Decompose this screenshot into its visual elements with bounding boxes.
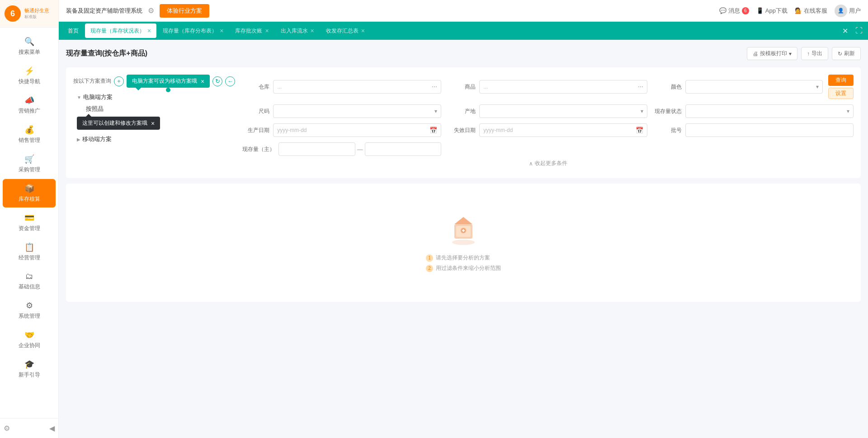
scheme-item-mobile[interactable]: ▶ 移动端方案 (73, 133, 235, 145)
tab-close-in-out-flow[interactable]: × (311, 27, 314, 34)
tab-stock-dist[interactable]: 现存量（库存分布表） × (157, 24, 229, 38)
scheme-item-pc[interactable]: ▼ 电脑端方案 (73, 91, 235, 103)
pc-sub-scheme[interactable]: 按照品 (73, 103, 235, 115)
phone-icon: 📱 (756, 7, 764, 14)
sidebar-item-quick-nav[interactable]: ⚡ 快捷导航 (3, 61, 56, 90)
filter-size-row: 尺码 ▾ (242, 104, 441, 118)
sidebar-bottom: ⚙ ◀ (0, 418, 58, 438)
filter-expiry-date-row: 失效日期 yyyy-mm-dd 📅 (448, 123, 647, 137)
experience-btn[interactable]: 体验行业方案 (160, 4, 209, 18)
filter-header-row: 按以下方案查询 + 电脑方案可设为移动方案哦 × ↻ (73, 75, 235, 88)
sidebar-item-sales[interactable]: 💰 销售管理 (3, 120, 56, 149)
online-service-item[interactable]: 💁 在线客服 (795, 7, 827, 15)
filter-grid: 仓库 ... ⋯ 商品 ... ⋯ (242, 75, 854, 156)
tooltip-green: 电脑方案可设为移动方案哦 × (127, 75, 210, 88)
warehouse-placeholder: ... (277, 84, 282, 90)
size-select[interactable]: ▾ (273, 104, 441, 118)
color-select[interactable]: ▾ (685, 80, 823, 94)
filter-stock-status-row: 现存量状态 ▾ (655, 104, 854, 118)
tooltip-dark: 这里可以创建和修改方案哦 × (77, 117, 160, 130)
refresh-btn[interactable]: ↻ 刷新 (832, 47, 861, 60)
sidebar-item-finance[interactable]: 💳 资金管理 (3, 208, 56, 237)
filter-goods-row: 商品 ... ⋯ (448, 75, 647, 99)
tab-close-receive-summary[interactable]: × (361, 27, 365, 34)
tooltip1-close-btn[interactable]: × (201, 78, 204, 85)
tab-home[interactable]: 首页 (62, 24, 84, 38)
origin-dropdown-icon: ▾ (641, 108, 643, 114)
lightning-icon: ⚡ (24, 66, 34, 76)
user-item[interactable]: 👤 用户 (835, 5, 861, 17)
scheme-pc-sub[interactable]: 按照品 (82, 103, 235, 115)
sidebar-item-enterprise[interactable]: 🤝 企业协同 (3, 325, 56, 354)
empty-steps: 1 请先选择要分析的方案 2 用过滤条件来缩小分析范围 (426, 254, 501, 275)
sidebar-item-marketing[interactable]: 📣 营销推广 (3, 91, 56, 119)
stock-main-sep: — (357, 146, 363, 153)
back-scheme-btn[interactable]: ← (225, 76, 235, 86)
filter-prod-date-row: 生产日期 yyyy-mm-dd 📅 (242, 123, 441, 137)
add-scheme-btn[interactable]: + (114, 76, 124, 86)
filter-stock-main-row: 现存量（主） — (242, 142, 441, 156)
svg-marker-3 (454, 217, 472, 224)
sidebar-item-purchase[interactable]: 🛒 采购管理 (3, 150, 56, 178)
sidebar-item-stock[interactable]: 📦 库存核算 (3, 179, 56, 207)
color-label: 颜色 (655, 83, 682, 91)
svg-point-0 (452, 240, 475, 245)
search-btn[interactable]: 查询 (828, 75, 854, 86)
message-item[interactable]: 💬 消息 6 (719, 7, 749, 15)
top-header: 装备及固定资产辅助管理系统 ⚙ 体验行业方案 💬 消息 6 📱 App下载 💁 … (59, 0, 868, 22)
origin-select[interactable]: ▾ (479, 104, 647, 118)
step-num-1: 1 (426, 254, 433, 262)
tab-close-stock-dist[interactable]: × (220, 27, 223, 34)
megaphone-icon: 📣 (24, 95, 34, 105)
sidebar-item-system[interactable]: ⚙ 系统管理 (3, 296, 56, 325)
tab-close-batch-account[interactable]: × (265, 27, 269, 34)
sidebar-item-search[interactable]: 🔍 搜索菜单 (3, 32, 56, 61)
stock-main-max-input[interactable] (365, 142, 441, 156)
tab-stock-status[interactable]: 现存量（库存状况表） × (85, 24, 156, 38)
stock-main-min-input[interactable] (278, 142, 355, 156)
tab-receive-summary[interactable]: 收发存汇总表 × (321, 24, 370, 38)
reset-btn[interactable]: 设置 (828, 88, 854, 99)
calendar-icon-prod: 📅 (429, 127, 437, 134)
tooltip2-close-btn[interactable]: × (151, 120, 155, 127)
close-all-tabs-icon[interactable]: ✕ (840, 25, 850, 37)
stock-status-select[interactable]: ▾ (685, 104, 854, 118)
app-download-item[interactable]: 📱 App下载 (756, 7, 788, 15)
stock-main-range: — (278, 142, 441, 156)
search-icon: 🔍 (24, 37, 34, 47)
batch-label: 批号 (655, 127, 682, 134)
expand-icon[interactable]: ⛶ (854, 25, 864, 37)
print-dropdown-icon: ▾ (789, 51, 792, 57)
page-actions: 🖨 按模板打印 ▾ ↑ 导出 ↻ 刷新 (747, 47, 861, 60)
sidebar-item-operations[interactable]: 📋 经营管理 (3, 238, 56, 266)
sidebar-item-basic-info[interactable]: 🗂 基础信息 (3, 267, 56, 295)
expiry-date-input[interactable]: yyyy-mm-dd 📅 (479, 123, 647, 137)
filter-warehouse-row: 仓库 ... ⋯ (242, 75, 441, 99)
collapse-sidebar-icon[interactable]: ◀ (49, 424, 55, 433)
expiry-date-label: 失效日期 (448, 127, 476, 134)
export-btn[interactable]: ↑ 导出 (801, 47, 828, 60)
settings-bottom-icon[interactable]: ⚙ (4, 424, 10, 433)
print-btn[interactable]: 🖨 按模板打印 ▾ (747, 47, 797, 60)
prod-date-input[interactable]: yyyy-mm-dd 📅 (273, 123, 441, 137)
goods-dropdown-icon: ⋯ (638, 84, 643, 90)
header-settings-icon[interactable]: ⚙ (148, 6, 154, 15)
goods-select[interactable]: ... ⋯ (479, 80, 647, 94)
box-icon: 📦 (24, 184, 34, 193)
tab-close-stock-status[interactable]: × (147, 27, 151, 34)
connector-dot-1 (166, 88, 170, 92)
tooltip2-arrow (86, 114, 91, 117)
calendar-icon-expiry: 📅 (636, 127, 643, 134)
tab-batch-account[interactable]: 库存批次账 × (230, 24, 274, 38)
tab-in-out-flow[interactable]: 出入库流水 × (275, 24, 320, 38)
refresh-scheme-btn[interactable]: ↻ (212, 76, 222, 86)
header-right: 💬 消息 6 📱 App下载 💁 在线客服 👤 用户 (719, 5, 861, 17)
warehouse-select[interactable]: ... ⋯ (273, 80, 441, 94)
logo-area: 6 畅通好生意 标准版 (0, 0, 58, 28)
batch-input[interactable] (685, 123, 854, 137)
sidebar-item-tutorial[interactable]: 🎓 新手引导 (3, 355, 56, 383)
filter-panel: 按以下方案查询 + 电脑方案可设为移动方案哦 × ↻ (66, 67, 861, 178)
filter-color-row: 颜色 ▾ 查询 设置 (655, 75, 854, 99)
logo-icon: 6 (5, 5, 21, 22)
collapse-btn[interactable]: ∧ 收起更多条件 (242, 156, 854, 171)
